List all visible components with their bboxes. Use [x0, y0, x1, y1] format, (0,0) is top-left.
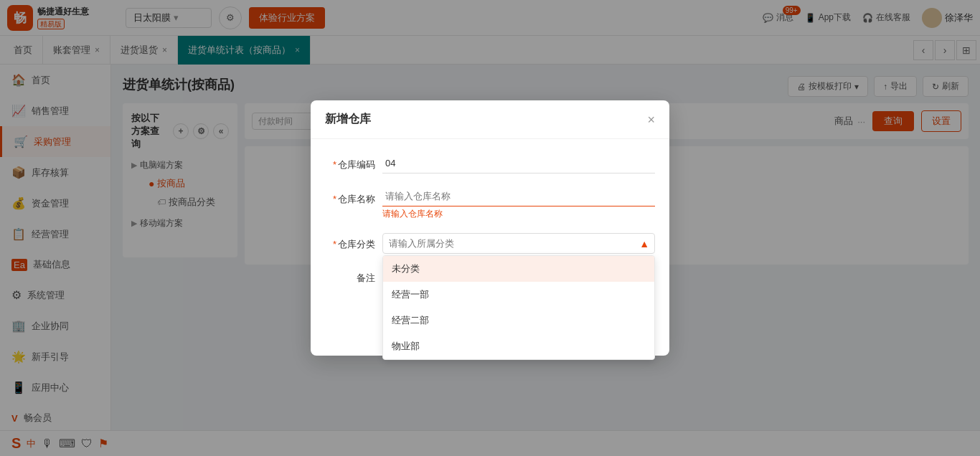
form-row-name: 仓库名称 请输入仓库名称: [325, 186, 655, 220]
note-label: 备注: [325, 267, 382, 285]
modal-title: 新增仓库: [325, 112, 371, 127]
category-select-wrap: ▲ 未分类 经营一部 经营二部 物业部: [382, 233, 655, 254]
name-input[interactable]: [382, 186, 655, 206]
modal-new-warehouse: 新增仓库 × 仓库编码 仓库名称 请输入仓库名称 仓库分类: [311, 100, 669, 356]
category-input[interactable]: [382, 233, 655, 254]
category-label: 仓库分类: [325, 233, 382, 251]
code-input[interactable]: [382, 153, 655, 174]
dropdown-item-dept2[interactable]: 经营二部: [383, 308, 654, 333]
dropdown-item-dept3[interactable]: 物业部: [383, 333, 654, 359]
category-dropdown: 未分类 经营一部 经营二部 物业部: [382, 255, 655, 360]
form-row-code: 仓库编码: [325, 153, 655, 174]
dropdown-item-unclassified[interactable]: 未分类: [383, 256, 654, 282]
code-label: 仓库编码: [325, 153, 382, 171]
modal-overlay[interactable]: 新增仓库 × 仓库编码 仓库名称 请输入仓库名称 仓库分类: [0, 0, 980, 456]
dropdown-item-dept1[interactable]: 经营一部: [383, 282, 654, 308]
modal-header: 新增仓库 ×: [311, 100, 669, 139]
name-error-msg: 请输入仓库名称: [325, 208, 443, 220]
modal-body: 仓库编码 仓库名称 请输入仓库名称 仓库分类 ▲ 未分类: [311, 139, 669, 314]
name-label: 仓库名称: [325, 188, 382, 206]
modal-close-button[interactable]: ×: [647, 113, 655, 126]
form-row-category: 仓库分类 ▲ 未分类 经营一部 经营二部 物业部: [325, 233, 655, 254]
